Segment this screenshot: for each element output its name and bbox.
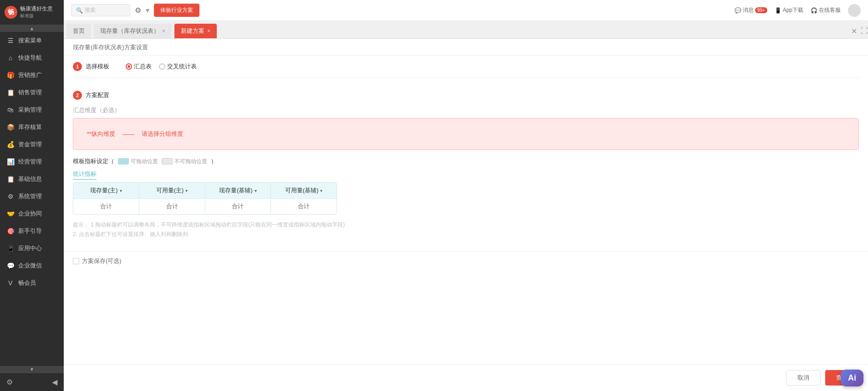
main-area: 🔍 搜索 ⚙ ▾ 体验行业方案 💬 消息 99+ 📱 App下载 🎧 在线客服 xyxy=(64,0,868,391)
radio-cross[interactable]: 交叉统计表 xyxy=(159,62,197,71)
close-window-icon[interactable]: ✕ xyxy=(851,27,857,36)
col-header-2[interactable]: 现存量(基辅) ▾ xyxy=(205,183,271,198)
step1-header: 1 选择模板 汇总表 交叉统计表 xyxy=(73,62,859,71)
dimension-placeholder: 请选择分组维度 xyxy=(142,130,183,138)
stats-table: 现存量(主) ▾ 可用量(主) ▾ 现存量(基辅) ▾ 可用量(基辅) xyxy=(73,182,337,215)
logo-text: 畅康通好生意 标准版 xyxy=(20,5,53,19)
radio-cross-circle xyxy=(159,63,165,70)
action-bar: 取消 查询 xyxy=(64,364,868,391)
basic-info-icon: 📋 xyxy=(6,175,15,183)
step2-number: 2 xyxy=(73,91,82,100)
sidebar-item-basic-info[interactable]: 📋 基础信息 xyxy=(0,170,64,188)
quick-nav-icon: ⌂ xyxy=(6,54,15,62)
step2-label: 方案配置 xyxy=(86,91,109,99)
collapse-icon[interactable]: ◀ xyxy=(52,378,57,386)
tab-new-scheme[interactable]: 新建方案 × xyxy=(174,24,217,38)
stats-table-header: 现存量(主) ▾ 可用量(主) ▾ 现存量(基辅) ▾ 可用量(基辅) xyxy=(73,183,337,198)
sidebar-item-wechat[interactable]: 💬 企业微信 xyxy=(0,257,64,274)
sidebar-item-quick-nav[interactable]: ⌂ 快捷导航 xyxy=(0,49,64,67)
vip-icon: V xyxy=(6,279,15,287)
industry-plan-button[interactable]: 体验行业方案 xyxy=(154,4,199,17)
sidebar-item-operations[interactable]: 📊 经营管理 xyxy=(0,153,64,170)
user-avatar[interactable] xyxy=(848,4,861,17)
newbie-icon: 🎯 xyxy=(6,227,15,235)
tab-new-scheme-close-icon[interactable]: × xyxy=(207,28,210,34)
non-draggable-legend-box xyxy=(162,158,173,165)
cancel-button[interactable]: 取消 xyxy=(786,370,821,386)
radio-summary-circle xyxy=(126,63,132,70)
expand-window-icon[interactable]: ⛶ xyxy=(861,27,868,36)
topbar-left: 🔍 搜索 ⚙ ▾ 体验行业方案 xyxy=(71,4,199,17)
col-header-3[interactable]: 可用量(基辅) ▾ xyxy=(271,183,337,198)
tab-home[interactable]: 首页 xyxy=(66,24,91,38)
sidebar-scroll-down[interactable]: ▼ xyxy=(0,366,64,373)
sidebar-scroll-up[interactable]: ▲ xyxy=(0,25,64,32)
topbar-search-box[interactable]: 🔍 搜索 xyxy=(71,4,130,16)
sidebar: 畅 畅康通好生意 标准版 ▲ ☰ 搜索菜单 ⌂ 快捷导航 🎁 营销推广 📋 销售… xyxy=(0,0,64,391)
dimension-pink-area: **纵向维度 —— 请选择分组维度 xyxy=(73,118,859,150)
sidebar-item-purchase[interactable]: 🛍 采购管理 xyxy=(0,101,64,118)
tab-inventory-close-icon[interactable]: × xyxy=(162,28,165,34)
topbar: 🔍 搜索 ⚙ ▾ 体验行业方案 💬 消息 99+ 📱 App下载 🎧 在线客服 xyxy=(64,0,868,21)
messages-btn[interactable]: 💬 消息 99+ xyxy=(735,6,767,14)
headset-icon: 🎧 xyxy=(811,7,817,14)
step1-number: 1 xyxy=(73,62,82,71)
legend-draggable: 可拖动位置 xyxy=(118,158,158,165)
wechat-icon: 💬 xyxy=(6,262,15,269)
sidebar-item-system[interactable]: ⚙ 系统管理 xyxy=(0,188,64,205)
step1-divider xyxy=(73,77,859,78)
col-dropdown-icon-2: ▾ xyxy=(255,188,257,193)
step2-header: 2 方案配置 xyxy=(73,91,859,100)
save-checkbox[interactable] xyxy=(73,258,79,264)
sidebar-logo: 畅 畅康通好生意 标准版 xyxy=(0,0,64,25)
app-icon: 📱 xyxy=(775,7,781,14)
sidebar-item-enterprise[interactable]: 🤝 企业协同 xyxy=(0,205,64,222)
radio-summary[interactable]: 汇总表 xyxy=(126,62,152,71)
purchase-icon: 🛍 xyxy=(6,106,15,113)
sidebar-item-search-menu[interactable]: ☰ 搜索菜单 xyxy=(0,32,64,49)
sidebar-item-newbie[interactable]: 🎯 新手引导 xyxy=(0,222,64,240)
sidebar-item-inventory[interactable]: 📦 库存核算 xyxy=(0,118,64,136)
content-area: 现存量(库存状况表)方案设置 1 选择模板 汇总表 交叉统计表 xyxy=(64,39,868,364)
sidebar-bottom: ⚙ ◀ xyxy=(0,373,64,391)
draggable-legend-box xyxy=(118,158,129,165)
sidebar-item-marketing[interactable]: 🎁 营销推广 xyxy=(0,67,64,84)
body-cell-0-0: 合计 xyxy=(73,198,139,214)
inventory-icon: 📦 xyxy=(6,123,15,131)
sidebar-item-app-center[interactable]: 📱 应用中心 xyxy=(0,240,64,257)
window-controls: ✕ ⛶ xyxy=(851,27,868,36)
tip-line-1: 提示： 1.拖动标题栏可以调整布局，不可跨维度或指标区域拖动栏目字段(只能在同一… xyxy=(73,221,859,229)
message-icon: 💬 xyxy=(735,7,741,14)
online-service-btn[interactable]: 🎧 在线客服 xyxy=(811,6,841,14)
template-radio-group: 汇总表 交叉统计表 xyxy=(126,62,197,71)
app-download-btn[interactable]: 📱 App下载 xyxy=(775,6,803,14)
system-icon: ⚙ xyxy=(6,193,15,200)
col-dropdown-icon-1: ▾ xyxy=(185,188,188,193)
step2-section: 2 方案配置 汇总维度（必选） **纵向维度 —— 请选择分组维度 模板指标设定… xyxy=(64,91,868,251)
save-checkbox-label[interactable]: 方案保存(可选) xyxy=(73,257,122,265)
col-header-0[interactable]: 现存量(主) ▾ xyxy=(73,183,139,198)
indicator-label: 模板指标设定（ 可拖动位置 不可拖动位置 ） xyxy=(73,157,859,165)
tips-section: 提示： 1.拖动标题栏可以调整布局，不可跨维度或指标区域拖动栏目字段(只能在同一… xyxy=(73,221,859,238)
app-center-icon: 📱 xyxy=(6,245,15,252)
col-dropdown-icon-3: ▾ xyxy=(320,188,322,193)
vertical-dim-label: **纵向维度 xyxy=(87,130,115,138)
col-header-1[interactable]: 可用量(主) ▾ xyxy=(139,183,205,198)
logo-icon: 畅 xyxy=(5,6,17,19)
sidebar-item-sales[interactable]: 📋 销售管理 xyxy=(0,84,64,101)
tab-inventory-status[interactable]: 现存量（库存状况表） × xyxy=(94,24,172,38)
finance-icon: 💰 xyxy=(6,141,15,148)
search-icon: 🔍 xyxy=(76,7,83,14)
sidebar-item-finance[interactable]: 💰 资金管理 xyxy=(0,136,64,153)
stats-title: 统计指标 xyxy=(73,170,97,180)
search-menu-icon: ☰ xyxy=(6,37,15,44)
gear-icon[interactable]: ⚙ xyxy=(135,6,141,15)
step1-section: 1 选择模板 汇总表 交叉统计表 xyxy=(64,56,868,91)
ai-badge[interactable]: Ai xyxy=(841,370,863,386)
enterprise-icon: 🤝 xyxy=(6,210,15,217)
settings-icon[interactable]: ⚙ xyxy=(6,378,13,386)
dropdown-arrow-icon[interactable]: ▾ xyxy=(146,6,149,15)
body-cell-0-1: 合计 xyxy=(139,198,205,214)
sidebar-item-vip[interactable]: V 畅会员 xyxy=(0,274,64,292)
tip-line-2: 2. 点击标题栏下拉可设置排序、插入列和删除列 xyxy=(73,231,859,238)
